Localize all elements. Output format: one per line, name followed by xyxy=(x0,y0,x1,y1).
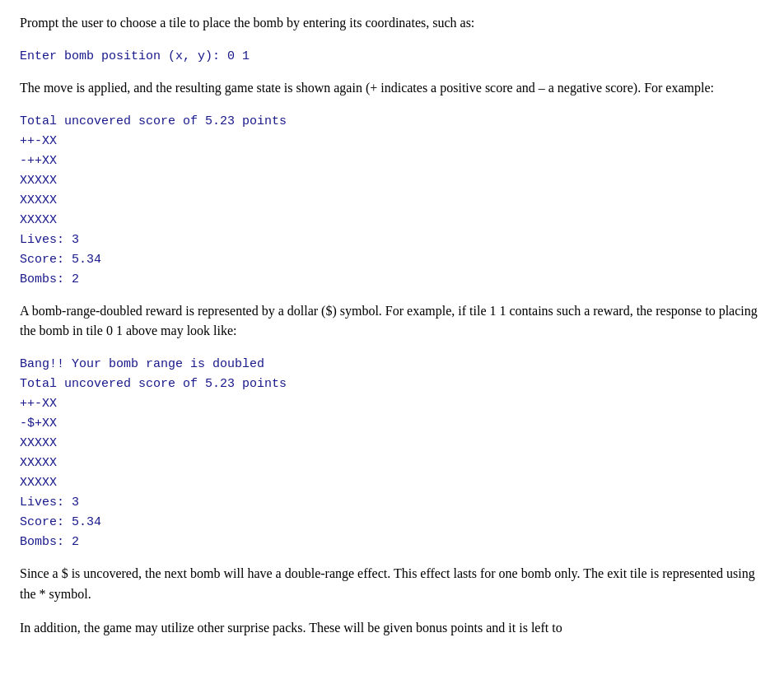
bomb-range-section: A bomb-range-doubled reward is represent… xyxy=(20,301,764,342)
code-example-2: Bang!! Your bomb range is doubled Total … xyxy=(20,355,764,552)
code-enter-position: Enter bomb position (x, y): 0 1 xyxy=(20,47,764,67)
addition-text: In addition, the game may utilize other … xyxy=(20,618,764,639)
addition-section: In addition, the game may utilize other … xyxy=(20,618,764,639)
move-applied-section: The move is applied, and the resulting g… xyxy=(20,78,764,99)
bomb-range-text: A bomb-range-doubled reward is represent… xyxy=(20,301,764,342)
intro-prompt-text: Prompt the user to choose a tile to plac… xyxy=(20,13,764,34)
move-applied-text: The move is applied, and the resulting g… xyxy=(20,78,764,99)
intro-prompt-section: Prompt the user to choose a tile to plac… xyxy=(20,13,764,34)
dollar-explanation-section: Since a $ is uncovered, the next bomb wi… xyxy=(20,564,764,605)
dollar-explanation-text: Since a $ is uncovered, the next bomb wi… xyxy=(20,564,764,605)
code-example-1: Total uncovered score of 5.23 points ++-… xyxy=(20,112,764,290)
